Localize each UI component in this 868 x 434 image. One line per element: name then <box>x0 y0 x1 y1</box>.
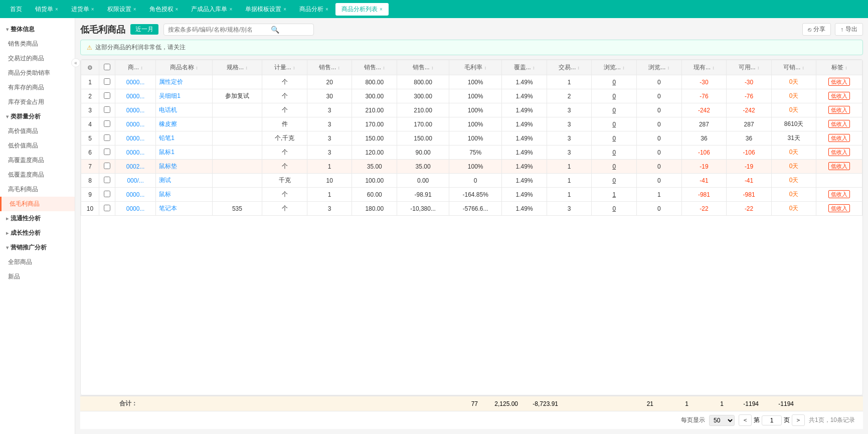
nav-close-icon[interactable]: × <box>55 7 58 12</box>
row-name[interactable]: 笔记本 <box>156 202 212 216</box>
page-input[interactable] <box>762 415 782 425</box>
row-view2: 0 <box>637 160 682 174</box>
sidebar-item-high-coverage[interactable]: 高覆盖度商品 <box>0 153 75 168</box>
col-gross-margin-header[interactable]: 毛利率 ↕ <box>449 60 502 75</box>
nav-home[interactable]: 首页 <box>4 3 28 16</box>
sidebar-item-inventory-capital[interactable]: 库存资金占用 <box>0 95 75 109</box>
col-coverage-header[interactable]: 覆盖... ↕ <box>502 60 547 75</box>
nav-close-icon[interactable]: × <box>325 7 328 12</box>
sidebar-item-sales-goods[interactable]: 销售类商品 <box>0 37 75 51</box>
col-spec-header[interactable]: 规格... ↕ <box>212 60 262 75</box>
prev-page-btn[interactable]: ＜ <box>739 414 752 426</box>
row-view1[interactable]: 0 <box>592 202 637 216</box>
row-checkbox[interactable] <box>99 89 115 103</box>
col-view2-header[interactable]: 浏览... ↕ <box>637 60 682 75</box>
sidebar-item-all-goods[interactable]: 全部商品 <box>0 255 75 269</box>
sidebar-item-traded-goods[interactable]: 交易过的商品 <box>0 51 75 66</box>
nav-close-icon[interactable]: × <box>91 7 94 12</box>
nav-role-auth[interactable]: 角色授权 × <box>143 3 185 16</box>
row-code: 0002... <box>115 160 156 174</box>
row-checkbox[interactable] <box>99 188 115 202</box>
row-name[interactable]: 鼠标1 <box>156 146 212 160</box>
row-name[interactable]: 电话机 <box>156 103 212 117</box>
share-button[interactable]: ⎋ 分享 <box>802 23 831 36</box>
row-code: 0000... <box>115 75 156 89</box>
nav-permission-settings[interactable]: 权限设置 × <box>101 3 142 16</box>
col-sellable-header[interactable]: 可销... ↕ <box>771 60 816 75</box>
row-checkbox[interactable] <box>99 146 115 160</box>
search-icon[interactable]: 🔍 <box>271 26 279 34</box>
row-checkbox[interactable] <box>99 103 115 117</box>
nav-close-icon[interactable]: × <box>229 7 232 12</box>
sidebar-item-category-sales-rate[interactable]: 商品分类助销率 <box>0 66 75 80</box>
col-name-header[interactable]: 商品名称 ↕ <box>156 60 212 75</box>
row-name[interactable]: 鼠标垫 <box>156 160 212 174</box>
col-checkbox[interactable] <box>99 60 115 75</box>
sidebar-item-low-margin[interactable]: 低毛利商品 <box>0 197 75 211</box>
export-button[interactable]: ↑ 导出 <box>835 23 863 36</box>
nav-close-icon[interactable]: × <box>176 7 179 12</box>
col-available-header[interactable]: 可用... ↕ <box>727 60 772 75</box>
nav-close-icon[interactable]: × <box>283 7 286 12</box>
row-view1[interactable]: 0 <box>592 75 637 89</box>
row-coverage: 1.49% <box>502 75 547 89</box>
nav-close-icon[interactable]: × <box>133 7 136 12</box>
sidebar-item-in-stock-goods[interactable]: 有库存的商品 <box>0 80 75 95</box>
sidebar-group-marketing[interactable]: ▾ 营销推广分析 <box>0 240 75 255</box>
row-name[interactable]: 鼠标 <box>156 188 212 202</box>
row-name[interactable]: 橡皮擦 <box>156 117 212 131</box>
sidebar-item-low-coverage[interactable]: 低覆盖度商品 <box>0 168 75 182</box>
col-unit-header[interactable]: 计量... ↕ <box>262 60 307 75</box>
next-page-btn[interactable]: ＞ <box>792 414 805 426</box>
row-view1[interactable]: 0 <box>592 174 637 188</box>
sidebar-item-new-goods[interactable]: 新品 <box>0 269 75 284</box>
nav-purchase-order[interactable]: 进货单 × <box>65 3 100 16</box>
sidebar-group-liquidity[interactable]: ▸ 流通性分析 <box>0 211 75 226</box>
row-checkbox[interactable] <box>99 160 115 174</box>
nav-template-settings[interactable]: 单据模板设置 × <box>239 3 292 16</box>
row-checkbox[interactable] <box>99 131 115 146</box>
row-view1[interactable]: 0 <box>592 103 637 117</box>
col-settings[interactable]: ⚙ <box>81 60 99 75</box>
sort-icon: ↕ <box>293 65 295 70</box>
row-name[interactable]: 吴细细1 <box>156 89 212 103</box>
search-input[interactable] <box>168 26 268 33</box>
nav-product-warehouse[interactable]: 产成品入库单 × <box>185 3 238 16</box>
filter-recent-month-btn[interactable]: 近一月 <box>130 24 158 35</box>
col-tag-header[interactable]: 标签 ↕ <box>816 60 862 75</box>
row-view1[interactable]: 0 <box>592 89 637 103</box>
col-sales-profit-header[interactable]: 销售... ↕ <box>397 60 449 75</box>
row-view1[interactable]: 0 <box>592 146 637 160</box>
settings-icon[interactable]: ⚙ <box>87 64 93 71</box>
page-size-select[interactable]: 50 20 100 <box>709 415 735 426</box>
nav-product-analysis-list[interactable]: 商品分析列表 × <box>335 3 389 16</box>
col-trade-count-header[interactable]: 交易... ↕ <box>547 60 592 75</box>
col-sales-qty-header[interactable]: 销售... ↕ <box>307 60 352 75</box>
row-view1[interactable]: 0 <box>592 117 637 131</box>
sidebar-group-growth[interactable]: ▸ 成长性分析 <box>0 226 75 240</box>
row-name[interactable]: 铅笔1 <box>156 131 212 146</box>
col-code-header[interactable]: 商... ↕ <box>115 60 156 75</box>
sidebar-item-high-margin[interactable]: 高毛利商品 <box>0 182 75 197</box>
sidebar-group-cluster-analysis[interactable]: ▾ 类群量分析 <box>0 109 75 124</box>
select-all-checkbox[interactable] <box>104 64 110 70</box>
row-name[interactable]: 属性定价 <box>156 75 212 89</box>
nav-sales-order[interactable]: 销货单 × <box>29 3 64 16</box>
col-view1-header[interactable]: 浏览... ↕ <box>592 60 637 75</box>
nav-close-icon[interactable]: × <box>380 7 383 12</box>
row-checkbox[interactable] <box>99 117 115 131</box>
row-view1[interactable]: 1 <box>592 188 637 202</box>
nav-product-analysis[interactable]: 商品分析 × <box>293 3 334 16</box>
row-checkbox[interactable] <box>99 75 115 89</box>
row-view1[interactable]: 0 <box>592 160 637 174</box>
col-sales-amount-header[interactable]: 销售... ↕ <box>352 60 397 75</box>
row-checkbox[interactable] <box>99 174 115 188</box>
sidebar-item-low-value[interactable]: 低价值商品 <box>0 138 75 153</box>
sidebar-group-overall[interactable]: ▾ 整体信息 <box>0 22 75 37</box>
sidebar-item-high-value[interactable]: 高价值商品 <box>0 124 75 138</box>
row-checkbox[interactable] <box>99 202 115 216</box>
row-view1[interactable]: 0 <box>592 131 637 146</box>
row-name[interactable]: 测试 <box>156 174 212 188</box>
sidebar-collapse-btn[interactable]: « <box>71 58 80 67</box>
col-current-stock-header[interactable]: 现有... ↕ <box>681 60 727 75</box>
